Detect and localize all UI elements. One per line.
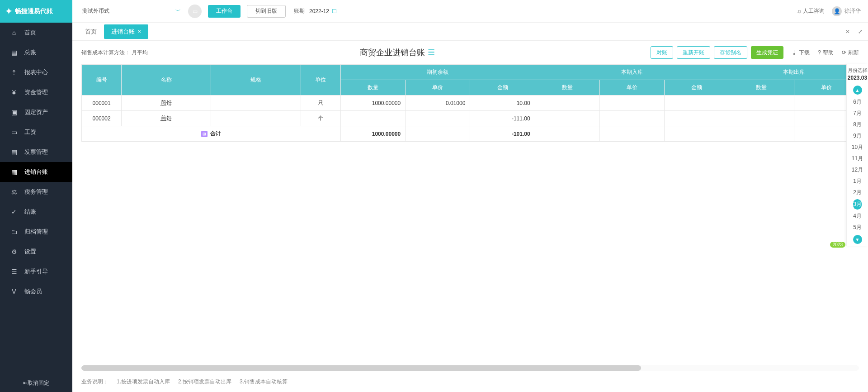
month-item[interactable]: 4月	[850, 210, 864, 222]
switch-old-label: 切到旧版	[255, 7, 277, 15]
tab-close-all[interactable]: ✕	[845, 29, 850, 35]
month-item[interactable]: 9月	[850, 130, 864, 142]
nav-item-11[interactable]: ⚙设置	[0, 242, 72, 262]
nav-item-2[interactable]: ⇡报表中心	[0, 62, 72, 82]
nav-item-3[interactable]: ¥资金管理	[0, 82, 72, 102]
nav-label: 设置	[24, 248, 36, 256]
nav-item-12[interactable]: ☰新手引导	[0, 262, 72, 282]
month-item[interactable]: 10月	[850, 142, 864, 153]
month-item[interactable]: 2月	[850, 187, 864, 198]
th-in: 本期入库	[535, 65, 729, 80]
tab-close-icon[interactable]: ✕	[137, 29, 141, 34]
month-item[interactable]: 1月	[850, 176, 864, 187]
cell-o-qty	[340, 111, 405, 126]
mp-up-arrow[interactable]: ▲	[853, 86, 862, 95]
title-edit-icon[interactable]: ☰	[428, 48, 435, 57]
consult-link[interactable]: ♫ 人工咨询	[797, 7, 825, 15]
th-i-price: 单价	[599, 80, 664, 96]
tab-1[interactable]: 进销台账✕	[104, 24, 148, 39]
scrollbar-thumb[interactable]	[81, 365, 641, 371]
reconcile-button[interactable]: 对账	[651, 46, 673, 59]
nav-item-13[interactable]: V畅会员	[0, 282, 72, 301]
unpin-button[interactable]: ⇤ 取消固定	[0, 374, 72, 392]
workspace-button[interactable]: 工作台	[208, 5, 241, 18]
chevron-down-icon: ﹀	[175, 7, 181, 15]
tab-0[interactable]: 首页	[78, 24, 104, 39]
voucher-label: 生成凭证	[756, 49, 778, 57]
cell-id: 000001	[82, 96, 122, 111]
footer-note-2: 2.按销项发票自动出库	[178, 378, 231, 386]
download-link[interactable]: ⭳下载	[792, 49, 810, 57]
horizontal-scrollbar[interactable]	[81, 365, 859, 371]
logo-icon: ✦	[5, 6, 12, 16]
cell-i-qty	[535, 96, 599, 111]
month-item[interactable]: 3月	[853, 199, 862, 210]
help-link[interactable]: ?帮助	[818, 49, 834, 57]
cell-i-qty	[535, 111, 599, 126]
nav-item-9[interactable]: ✓结账	[0, 202, 72, 222]
month-item[interactable]: 7月	[850, 108, 864, 119]
footer-label: 业务说明：	[81, 378, 108, 386]
nav-label: 税务管理	[24, 188, 48, 196]
cost-method-value: 月平均	[132, 49, 148, 56]
download-icon: ⭳	[792, 49, 797, 56]
avatar[interactable]: 👤	[832, 6, 842, 16]
mp-display: 2023.03	[848, 75, 867, 84]
cell-o-price: 0.01000	[406, 96, 470, 111]
brand-logo: ✦ 畅捷通易代账	[0, 0, 72, 23]
table-row: 000002煎饪个-111.00	[82, 111, 859, 126]
nav-item-4[interactable]: ▣固定资产	[0, 102, 72, 122]
calendar-quick-button[interactable]: ▭	[188, 5, 202, 18]
reopen-button[interactable]: 重新开账	[677, 46, 710, 59]
month-item[interactable]: 8月	[850, 119, 864, 130]
nav-item-8[interactable]: ⚖税务管理	[0, 182, 72, 202]
footer-note-3: 3.销售成本自动核算	[240, 378, 288, 386]
nav-label: 首页	[24, 29, 36, 37]
nav-item-7[interactable]: ▦进销台账	[0, 162, 72, 182]
voucher-button[interactable]: 生成凭证	[751, 46, 783, 59]
nav-icon: ▦	[10, 168, 18, 176]
nav-icon: ▤	[10, 49, 18, 56]
th-o-qty: 数量	[340, 80, 405, 96]
cell-name[interactable]: 煎饪	[122, 111, 211, 126]
nav-item-1[interactable]: ▤总账	[0, 43, 72, 62]
th-id: 编号	[82, 65, 122, 96]
switch-old-button[interactable]: 切到旧版	[247, 5, 286, 18]
mp-down-arrow[interactable]: ▼	[853, 235, 862, 244]
cell-spec	[211, 96, 301, 111]
nav-item-0[interactable]: ⌂首页	[0, 23, 72, 43]
unpin-label: 取消固定	[28, 379, 49, 387]
calendar-icon: ▭	[193, 8, 198, 14]
nav-icon: ▣	[10, 109, 18, 116]
nav-label: 总账	[24, 48, 36, 57]
nav-item-6[interactable]: ▤发票管理	[0, 142, 72, 162]
period-calendar-icon[interactable]: ☐	[332, 8, 337, 14]
headset-icon: ♫	[797, 8, 801, 14]
cell-spec	[211, 111, 301, 126]
workspace-label: 工作台	[216, 7, 232, 15]
help-label: 帮助	[823, 49, 834, 57]
cell-name[interactable]: 煎饪	[122, 96, 211, 111]
tab-expand-icon[interactable]: ⤢	[858, 29, 863, 35]
month-item[interactable]: 12月	[850, 164, 864, 176]
month-item[interactable]: 11月	[850, 153, 864, 164]
month-item[interactable]: 5月	[850, 222, 864, 233]
nav-icon: ▭	[10, 129, 18, 136]
nav-item-10[interactable]: 🗀归档管理	[0, 222, 72, 242]
cell-id: 000002	[82, 111, 122, 126]
nav-icon: ☰	[10, 268, 18, 275]
inventory-table: 编号 名称 规格 单位 期初余额 本期入库 本期出库 数量 单价 金额 数量 单…	[81, 64, 859, 142]
consult-label: 人工咨询	[803, 7, 825, 15]
help-icon: ?	[818, 49, 821, 56]
company-selector[interactable]: 测试外币式 ﹀	[80, 5, 184, 18]
cell-o-amt: -111.00	[470, 111, 535, 126]
th-i-amt: 金额	[665, 80, 729, 96]
nav-item-5[interactable]: ▭工资	[0, 122, 72, 142]
month-item[interactable]: 6月	[850, 96, 864, 108]
username: 徐泽华	[844, 7, 861, 15]
th-i-qty: 数量	[535, 80, 599, 96]
refresh-link[interactable]: ⟳刷新	[842, 49, 859, 57]
alias-button[interactable]: 存货别名	[714, 46, 747, 59]
cell-t-qty	[729, 111, 794, 126]
total-icon: ⊞	[201, 131, 208, 137]
